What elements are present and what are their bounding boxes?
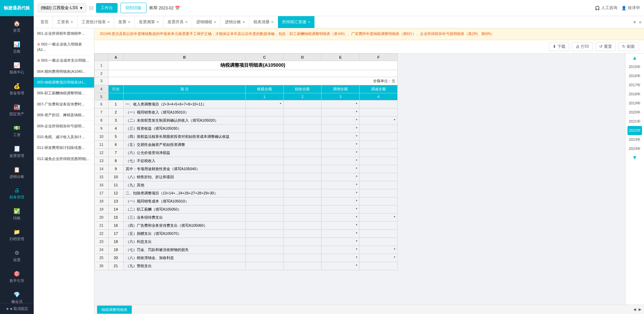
print-button[interactable]: 🖨 打印	[572, 42, 593, 51]
item-name-cell[interactable]: （三）投资收益（填写A105030）	[123, 124, 245, 132]
col2-cell[interactable]	[283, 149, 321, 157]
tab-payroll-report[interactable]: 工资统计报表 ✕	[78, 16, 114, 28]
item-name-cell[interactable]: （六）公允价值变动净损益	[123, 149, 245, 157]
col3-cell[interactable]: *	[321, 205, 360, 213]
table-row[interactable]: 21 16 （四）广告费和业务宣传费支出（填写A105060） *	[95, 221, 398, 229]
col3-cell[interactable]: *	[321, 116, 360, 124]
table-row[interactable]: 25 20 （八）税收滞纳金、加收利息 * *	[95, 254, 398, 262]
col2-cell[interactable]	[283, 100, 321, 108]
left-item-007[interactable]: 007-广告费和业务宣传费时...	[34, 99, 94, 110]
year-item[interactable]: 2015年	[627, 62, 642, 71]
left-item-003[interactable]: ⊗ 003-一般企业成本支出明细...	[34, 55, 94, 66]
left-item-010[interactable]: 010-免税、减计收入及加计...	[34, 132, 94, 143]
col1-cell[interactable]	[245, 205, 283, 213]
table-row[interactable]: 23 18 （六）利息支出 *	[95, 238, 398, 246]
col1-cell[interactable]	[245, 140, 283, 149]
tab-menu-icon[interactable]: ≡	[639, 20, 641, 25]
item-name-cell[interactable]: （五）捐赠支出（填写A105070）	[123, 229, 245, 238]
col1-cell[interactable]	[245, 181, 283, 189]
col3-cell[interactable]: *	[321, 140, 360, 149]
tab-close-icon[interactable]: ✕	[214, 20, 216, 24]
col2-cell[interactable]	[283, 221, 321, 229]
table-row[interactable]: 14 9 其中：专项用途财政性资金（填写A105040） *	[95, 165, 398, 173]
year-item[interactable]: 2023年	[627, 135, 642, 144]
sidebar-item-archive[interactable]: 📁 归档管理	[0, 225, 34, 246]
col4-cell[interactable]	[360, 262, 398, 270]
refresh-button[interactable]: ↻ 刷新	[618, 42, 639, 51]
item-name-cell[interactable]: （七）罚金、罚款和被没收财物的损失	[123, 246, 245, 254]
col4-cell[interactable]: *	[360, 254, 398, 262]
table-row[interactable]: 20 15 （三）业务招待费支出 * *	[95, 213, 398, 221]
tab-payroll[interactable]: 工资表 ✕	[53, 16, 78, 28]
sidebar-collapse-btn[interactable]: ◄◄ 取消固定	[0, 303, 34, 314]
table-row[interactable]: 18 13 （一）视同销售成本（填写A105010） *	[95, 197, 398, 205]
item-name-cell[interactable]: （二）职工薪酬（填写A105050）	[123, 205, 245, 213]
scroll-left-icon[interactable]: ◀	[633, 307, 636, 312]
year-up-btn[interactable]: ▲	[625, 54, 644, 62]
item-name-cell[interactable]: （七）不征税收入	[123, 157, 245, 165]
col2-cell[interactable]	[283, 238, 321, 246]
col4-cell[interactable]: *	[360, 246, 398, 254]
year-item[interactable]: 2019年	[627, 99, 642, 108]
col4-cell[interactable]	[360, 205, 398, 213]
col1-cell[interactable]	[245, 213, 283, 221]
table-row[interactable]: 9 4 （三）投资收益（填写A105030） *	[95, 124, 398, 132]
sidebar-item-assets[interactable]: 💰 资金管理	[0, 79, 34, 100]
tab-close-icon[interactable]: ✕	[128, 20, 130, 24]
col3-cell[interactable]: *	[321, 149, 360, 157]
left-item-008[interactable]: 008-资产折旧、摊销及纳税...	[34, 110, 94, 121]
tab-home[interactable]: 首页	[36, 16, 53, 28]
item-name-cell[interactable]: （八）税收滞纳金、加收利息	[123, 254, 245, 262]
item-name-cell[interactable]: （八）销售折扣、折让和退回	[123, 173, 245, 181]
item-name-cell[interactable]: （六）利息支出	[123, 238, 245, 246]
col1-cell[interactable]	[245, 221, 283, 229]
col3-cell[interactable]: *	[321, 229, 360, 238]
col3-cell[interactable]: *	[321, 254, 360, 262]
col1-cell[interactable]: *	[245, 100, 283, 108]
sidebar-item-reports[interactable]: 📈 报表中心	[0, 58, 34, 79]
item-name-cell[interactable]: （九）其他	[123, 181, 245, 189]
sidebar-item-home[interactable]: 🏠 首页	[0, 16, 34, 37]
left-item-002[interactable]: ⊗ 002-一般企业收入明细表(A1...	[34, 39, 94, 55]
col4-cell[interactable]	[360, 197, 398, 205]
item-name-cell[interactable]: （四）按权益法核算长期股权投资对初始投资成本调整确认收益	[123, 132, 245, 140]
col3-cell[interactable]: *	[321, 100, 360, 108]
tab-sales-ledger[interactable]: 进销台账 ✕	[221, 16, 249, 28]
tab-close-all-icon[interactable]: ✕	[633, 20, 636, 25]
table-row[interactable]: 13 8 （七）不征税收入 *	[95, 157, 398, 165]
col4-cell[interactable]	[360, 181, 398, 189]
sidebar-item-guide[interactable]: 🎯 新手引导	[0, 266, 34, 287]
table-row[interactable]: 15 10 （八）销售折扣、折让和退回 *	[95, 173, 398, 181]
col2-cell[interactable]	[283, 213, 321, 221]
col1-cell[interactable]	[245, 197, 283, 205]
col3-cell[interactable]: *	[321, 238, 360, 246]
item-name-cell[interactable]: （二）未按权责发生制原则确认的收入（填写A105020）	[123, 116, 245, 124]
tab-income-tax[interactable]: 所得税汇算缴 ✕	[278, 16, 315, 28]
col3-cell[interactable]: *	[321, 108, 360, 116]
col2-cell[interactable]	[283, 229, 321, 238]
col4-cell[interactable]	[360, 124, 398, 132]
col4-cell[interactable]	[360, 238, 398, 246]
left-item-012[interactable]: 012-减免企业所得税优惠明细(...	[34, 154, 94, 164]
col1-cell[interactable]	[245, 157, 283, 165]
item-name-cell[interactable]: （一）视同销售成本（填写A105010）	[123, 197, 245, 205]
col4-cell[interactable]	[360, 157, 398, 165]
col4-cell[interactable]	[360, 108, 398, 116]
item-name-cell[interactable]: 一、收入类调整项目（2+3+4+5+6+7+8+10+11）	[123, 100, 245, 108]
tab-close-icon[interactable]: ✕	[185, 20, 188, 24]
col3-cell[interactable]: *	[321, 189, 360, 197]
scroll-right-icon[interactable]: ▶	[639, 307, 641, 312]
col4-cell[interactable]	[360, 221, 398, 229]
table-row[interactable]: 7 2 （一）视同销售收入（填写A105010） *	[95, 108, 398, 116]
col4-cell[interactable]	[360, 100, 398, 108]
sidebar-item-fixed-assets[interactable]: 🏭 固定资产	[0, 100, 34, 121]
tab-sales-check[interactable]: 进销稽校 ✕	[192, 16, 221, 28]
col1-cell[interactable]	[245, 254, 283, 262]
tab-tax-list[interactable]: 税表清册 ✕	[249, 16, 278, 28]
sidebar-item-payroll[interactable]: 💵 工资	[0, 121, 34, 142]
col3-cell[interactable]: *	[321, 132, 360, 140]
col2-cell[interactable]	[283, 205, 321, 213]
tab-close-icon[interactable]: ✕	[271, 20, 274, 24]
item-name-cell[interactable]: （五）交易性金融资产初始投资调整	[123, 140, 245, 149]
item-name-cell[interactable]: （一）视同销售收入（填写A105010）	[123, 108, 245, 116]
